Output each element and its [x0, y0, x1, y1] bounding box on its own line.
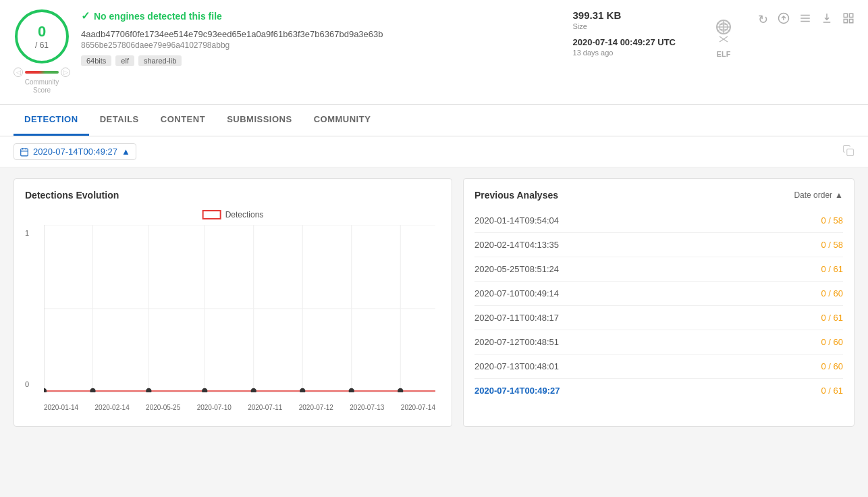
chart-svg — [44, 225, 435, 392]
analysis-score-0: 0 / 58 — [821, 215, 843, 226]
no-detect-text: No engines detected this file — [94, 11, 222, 22]
legend-label: Detections — [225, 210, 264, 219]
grid-icon[interactable] — [842, 12, 855, 28]
analyses-header: Previous Analyses Date order ▲ — [474, 190, 843, 201]
refresh-icon[interactable]: ↻ — [758, 12, 768, 27]
analysis-row-3[interactable]: 2020-07-10T00:49:14 0 / 60 — [474, 282, 843, 306]
svg-point-37 — [349, 388, 354, 392]
upload-icon[interactable] — [778, 12, 790, 28]
community-score-label: CommunityScore — [25, 78, 59, 95]
svg-rect-11 — [850, 14, 853, 17]
menu-icon[interactable] — [799, 12, 811, 28]
hash-main[interactable]: 4aadb47706f0fe1734ee514e79c93eed65e1a0a9… — [81, 29, 549, 39]
elf-label: ELF — [717, 50, 731, 58]
file-date: 2020-07-14 00:49:27 UTC — [573, 37, 676, 47]
tag-shared-lib: shared-lib — [138, 55, 182, 66]
file-info-header: 0 / 61 ◁ ▷ CommunityScore ✓ No engines d… — [0, 0, 868, 105]
svg-point-31 — [44, 388, 47, 392]
thumbup-icon[interactable]: ▷ — [61, 68, 70, 77]
analysis-row-2[interactable]: 2020-05-25T08:51:24 0 / 61 — [474, 257, 843, 282]
file-size-label: Size — [573, 22, 676, 30]
analysis-score-4: 0 / 61 — [821, 313, 843, 323]
chart-plot-area — [44, 225, 435, 392]
file-tags: 64bits elf shared-lib — [81, 55, 549, 66]
svg-point-38 — [398, 388, 403, 392]
svg-rect-14 — [21, 149, 28, 156]
analysis-score-3: 0 / 60 — [821, 288, 843, 298]
analysis-date-5: 2020-07-12T00:48:51 — [474, 337, 559, 347]
date-order-sort[interactable]: Date order ▲ — [794, 190, 843, 200]
svg-rect-12 — [844, 20, 847, 23]
analysis-row-4[interactable]: 2020-07-11T00:48:17 0 / 61 — [474, 306, 843, 330]
file-type-section: ELF — [700, 9, 747, 63]
analysis-score-7: 0 / 61 — [821, 386, 843, 396]
no-detect-banner: ✓ No engines detected this file — [81, 9, 549, 22]
x-label-5: 2020-07-12 — [299, 404, 333, 411]
svg-point-35 — [251, 388, 256, 392]
x-label-4: 2020-07-11 — [248, 404, 282, 411]
analysis-score-6: 0 / 60 — [821, 361, 843, 371]
download-icon[interactable] — [821, 12, 833, 28]
analysis-date-7: 2020-07-14T00:49:27 — [474, 386, 560, 396]
x-label-0: 2020-01-14 — [44, 404, 78, 411]
tab-detection[interactable]: DETECTION — [13, 105, 89, 136]
legend-box — [202, 210, 221, 219]
copy-icon[interactable] — [842, 145, 855, 159]
date-selector[interactable]: 2020-07-14T00:49:27 ▲ — [13, 143, 136, 160]
analysis-row-0[interactable]: 2020-01-14T09:54:04 0 / 58 — [474, 209, 843, 233]
sort-chevron-icon: ▲ — [835, 190, 843, 200]
hash-secondary: 8656be257806daee79e96a4102798abbg — [81, 41, 549, 50]
tab-bar: DETECTION DETAILS CONTENT SUBMISSIONS CO… — [0, 105, 868, 136]
file-meta: 399.31 KB Size 2020-07-14 00:49:27 UTC 1… — [560, 9, 689, 57]
y-label-0: 0 — [25, 380, 29, 388]
thumbdown-icon[interactable]: ◁ — [13, 68, 23, 77]
svg-rect-13 — [850, 20, 853, 23]
analysis-date-0: 2020-01-14T09:54:04 — [474, 215, 559, 226]
analysis-date-4: 2020-07-11T00:48:17 — [474, 313, 559, 323]
date-order-label: Date order — [794, 190, 832, 200]
analysis-date-6: 2020-07-13T00:48:01 — [474, 361, 559, 371]
analysis-row-1[interactable]: 2020-02-14T04:13:35 0 / 58 — [474, 233, 843, 257]
file-size: 399.31 KB — [573, 9, 676, 21]
svg-point-33 — [146, 388, 151, 392]
x-label-1: 2020-02-14 — [95, 404, 130, 411]
x-label-3: 2020-07-10 — [197, 404, 232, 411]
svg-point-34 — [202, 388, 207, 392]
analysis-row-7[interactable]: 2020-07-14T00:49:27 0 / 61 — [474, 379, 843, 402]
chart-legend: Detections — [202, 210, 264, 219]
detection-score-circle: 0 / 61 — [15, 9, 69, 63]
community-score-controls: ◁ ▷ — [13, 68, 70, 77]
tab-content[interactable]: CONTENT — [150, 105, 216, 136]
x-label-7: 2020-07-14 — [401, 404, 435, 411]
tag-elf: elf — [115, 55, 134, 66]
tab-details[interactable]: DETAILS — [89, 105, 150, 136]
analysis-score-5: 0 / 60 — [821, 337, 843, 347]
tab-community[interactable]: COMMUNITY — [303, 105, 382, 136]
score-denom: / 61 — [35, 41, 49, 50]
main-content: Detections Evolution Detections 1 0 — [0, 167, 868, 438]
chevron-up-icon[interactable]: ▲ — [121, 147, 130, 157]
y-label-1: 1 — [25, 229, 29, 237]
check-icon: ✓ — [81, 9, 90, 22]
score-value: 0 — [38, 23, 46, 41]
analysis-score-1: 0 / 58 — [821, 240, 843, 250]
svg-point-36 — [300, 388, 305, 392]
elf-icon — [707, 15, 740, 47]
analysis-row-6[interactable]: 2020-07-13T00:48:01 0 / 60 — [474, 355, 843, 379]
analysis-row-5[interactable]: 2020-07-12T00:48:51 0 / 60 — [474, 330, 843, 355]
date-selector-value: 2020-07-14T00:49:27 — [33, 147, 117, 157]
detections-title: Detections Evolution — [25, 190, 441, 201]
x-labels: 2020-01-14 2020-02-14 2020-05-25 2020-07… — [44, 404, 435, 411]
date-bar: 2020-07-14T00:49:27 ▲ — [0, 136, 868, 167]
svg-rect-10 — [844, 14, 847, 17]
x-label-6: 2020-07-13 — [350, 404, 384, 411]
analyses-panel: Previous Analyses Date order ▲ 2020-01-1… — [463, 178, 855, 427]
analysis-date-3: 2020-07-10T00:49:14 — [474, 288, 559, 298]
community-score-section: ◁ ▷ CommunityScore — [13, 68, 70, 95]
analysis-date-2: 2020-05-25T08:51:24 — [474, 264, 559, 274]
svg-point-32 — [90, 388, 95, 392]
tag-64bits: 64bits — [81, 55, 111, 66]
calendar-icon — [20, 147, 29, 157]
file-details: ✓ No engines detected this file 4aadb477… — [81, 9, 549, 66]
tab-submissions[interactable]: SUBMISSIONS — [216, 105, 303, 136]
